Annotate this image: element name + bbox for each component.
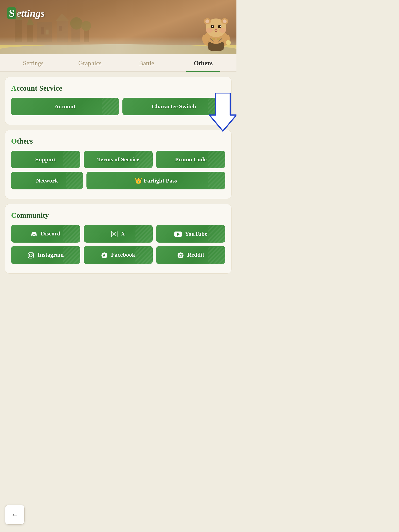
svg-point-25: [206, 28, 213, 33]
svg-rect-35: [28, 253, 33, 258]
promo-button[interactable]: Promo Code: [156, 151, 225, 168]
svg-point-26: [219, 28, 226, 33]
svg-point-11: [70, 17, 83, 30]
network-button[interactable]: Network: [11, 172, 83, 189]
svg-rect-27: [212, 38, 215, 40]
svg-point-42: [180, 255, 180, 256]
svg-point-19: [223, 19, 227, 23]
discord-icon: [31, 231, 37, 237]
svg-point-13: [81, 21, 91, 31]
account-service-card: Account Service Account Character Switch: [5, 77, 232, 125]
svg-point-20: [211, 25, 214, 28]
tab-graphics[interactable]: Graphics: [62, 54, 118, 71]
svg-point-37: [32, 253, 33, 254]
svg-point-23: [220, 26, 221, 27]
others-row1: Support Terms of Service Promo Code: [11, 151, 225, 168]
svg-point-18: [205, 19, 209, 23]
title-first-letter: A: [11, 84, 17, 92]
banner: Settings: [0, 0, 236, 54]
instagram-icon: [28, 252, 34, 259]
svg-rect-6: [46, 30, 49, 34]
hamster-character: [200, 12, 232, 51]
x-icon: [111, 231, 117, 237]
reddit-button[interactable]: Reddit: [156, 246, 225, 264]
community-row2: Instagram Facebook: [11, 246, 225, 264]
community-card: Community Discord X: [5, 204, 232, 274]
facebook-icon: [101, 252, 108, 259]
svg-marker-3: [27, 16, 34, 25]
community-first-letter: C: [11, 211, 17, 219]
support-button[interactable]: Support: [11, 151, 80, 168]
others-first-letter: O: [11, 137, 17, 145]
discord-button[interactable]: Discord: [11, 225, 80, 243]
others-row2: Network 👑 Farlight Pass: [11, 172, 225, 189]
character-switch-wrap: Character Switch: [122, 98, 225, 115]
community-row1: Discord X YouTube: [11, 225, 225, 243]
others-card: Others Support Terms of Service Promo Co…: [5, 130, 232, 199]
svg-marker-1: [15, 10, 22, 20]
svg-point-21: [218, 25, 221, 28]
tab-others[interactable]: Others: [175, 54, 232, 71]
tab-settings[interactable]: Settings: [5, 54, 62, 71]
svg-point-24: [215, 29, 217, 31]
tab-bar: Settings Graphics Battle Others: [0, 54, 236, 72]
svg-rect-8: [59, 26, 62, 31]
svg-point-36: [29, 254, 32, 257]
terms-button[interactable]: Terms of Service: [84, 151, 153, 168]
svg-point-22: [212, 26, 214, 27]
farlight-icon: 👑: [135, 177, 144, 184]
svg-marker-9: [55, 14, 69, 21]
account-button[interactable]: Account: [11, 98, 119, 115]
svg-point-46: [182, 254, 183, 255]
svg-rect-28: [217, 38, 220, 40]
account-service-buttons: Account Character Switch: [11, 98, 225, 115]
community-title: Community: [11, 211, 225, 219]
farlight-button[interactable]: 👑 Farlight Pass: [86, 172, 225, 189]
account-service-title: Account Service: [11, 84, 225, 92]
instagram-button[interactable]: Instagram: [11, 246, 80, 264]
youtube-button[interactable]: YouTube: [156, 225, 225, 243]
reddit-icon: [177, 252, 184, 259]
others-title: Others: [11, 137, 225, 145]
youtube-icon: [174, 232, 182, 237]
svg-point-44: [180, 254, 181, 255]
x-button[interactable]: X: [84, 225, 153, 243]
svg-rect-5: [41, 27, 44, 34]
tab-battle[interactable]: Battle: [118, 54, 175, 71]
svg-point-31: [226, 40, 231, 45]
character-switch-button[interactable]: Character Switch: [122, 98, 225, 115]
svg-point-43: [181, 255, 182, 256]
main-content: Account Service Account Character Switch…: [0, 72, 236, 303]
facebook-button[interactable]: Facebook: [84, 246, 153, 264]
